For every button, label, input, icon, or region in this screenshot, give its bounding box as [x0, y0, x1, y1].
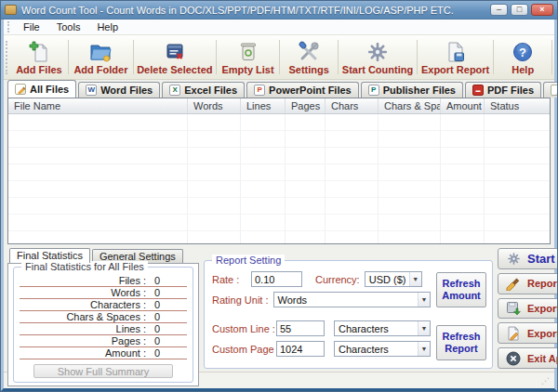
- rate-input[interactable]: [251, 271, 302, 287]
- refresh-report-button[interactable]: Refresh Report: [436, 325, 486, 360]
- column-grid: [485, 114, 550, 243]
- column-header-status[interactable]: Status: [485, 98, 550, 113]
- toolbar-label: Delete Selected: [137, 64, 212, 75]
- rating-unit-row: Rating Unit : Words ▼: [212, 291, 431, 308]
- stat-label: Characters :: [20, 299, 146, 310]
- statistics-rows: Files : 0 Words : 0 Characters : 0: [20, 275, 187, 359]
- tab-label: PDF Files: [487, 85, 534, 96]
- menu-help[interactable]: Help: [89, 20, 126, 33]
- toolbar-separator: [417, 40, 418, 74]
- file-list-body[interactable]: [8, 114, 550, 243]
- toolbar-label: Empty List: [221, 64, 273, 75]
- start-counting-gear-icon: [366, 39, 389, 63]
- close-button[interactable]: ×: [531, 4, 553, 16]
- custom-line-unit-value: Characters: [339, 323, 389, 334]
- stat-label: Pages :: [20, 335, 146, 346]
- tab-word-files[interactable]: W Word Files: [78, 82, 160, 98]
- file-list-table[interactable]: File Name Words Lines Pages Chars Chars …: [7, 98, 551, 244]
- settings-icon: [298, 39, 320, 63]
- toolbar-add-folder[interactable]: Add Folder: [71, 36, 131, 78]
- toolbar-delete-selected[interactable]: Delete Selected: [136, 36, 214, 78]
- chevron-down-icon: ▼: [418, 342, 430, 356]
- word-file-icon: W: [86, 85, 97, 96]
- stat-value: 0: [146, 299, 187, 310]
- refresh-amount-button[interactable]: Refresh Amount: [436, 272, 486, 307]
- excel-file-icon: X: [169, 85, 180, 96]
- custom-line-unit-select[interactable]: Characters ▼: [334, 320, 431, 336]
- custom-page-label: Custom Page :: [212, 344, 276, 355]
- maximize-button[interactable]: □: [511, 4, 528, 16]
- tab-powerpoint-files[interactable]: P PowerPoint Files: [246, 82, 359, 98]
- gear-icon: [506, 251, 521, 266]
- final-statistics-groupbox: Final Statistics for All Files Files : 0…: [13, 267, 193, 383]
- powerpoint-file-icon: P: [254, 85, 265, 96]
- toolbar-help[interactable]: ? Help: [496, 36, 550, 78]
- tab-excel-files[interactable]: X Excel Files: [162, 82, 245, 98]
- tab-publisher-files[interactable]: P Publisher Files: [361, 82, 463, 98]
- show-full-summary-button[interactable]: Show Full Summary: [33, 364, 173, 378]
- report-cleaner-button[interactable]: Report Cleaner: [498, 273, 558, 294]
- stat-label: Files :: [20, 275, 146, 286]
- file-type-tabs: All Files W Word Files X Excel Files P P…: [4, 80, 554, 98]
- menu-file[interactable]: File: [16, 20, 47, 33]
- stat-row-files: Files : 0: [20, 275, 187, 287]
- custom-line-input[interactable]: [276, 320, 325, 336]
- tab-final-statistics[interactable]: Final Statistics: [9, 248, 90, 263]
- export-report-button[interactable]: Export Report: [498, 322, 558, 344]
- toolbar-empty-list[interactable]: Empty List: [219, 36, 278, 78]
- stat-label: Amount :: [20, 347, 146, 359]
- svg-text:?: ?: [519, 46, 526, 59]
- stat-row-chars-spaces: Chars & Spaces : 0: [20, 311, 187, 323]
- toolbar-start-counting[interactable]: Start Counting: [340, 36, 415, 78]
- column-header-amount[interactable]: Amount: [441, 98, 485, 113]
- rating-unit-select[interactable]: Words ▼: [273, 292, 431, 307]
- title-bar[interactable]: Word Count Tool - Count Words in DOC/XLS…: [1, 1, 557, 20]
- minimize-button[interactable]: –: [490, 4, 508, 16]
- column-header-pages[interactable]: Pages: [286, 98, 326, 113]
- menu-bar: File Tools Help: [4, 20, 554, 35]
- brush-icon: [506, 276, 521, 291]
- tab-other-files[interactable]: Other Files: [543, 82, 558, 98]
- add-files-icon: [28, 39, 50, 63]
- export-report-pencil-icon: [506, 326, 521, 341]
- exit-application-button[interactable]: Exit Application: [498, 347, 558, 369]
- bottom-panel: Final Statistics General Settings Final …: [4, 244, 554, 372]
- column-header-words[interactable]: Words: [188, 98, 241, 113]
- currency-label: Currency:: [315, 274, 360, 285]
- toolbar-settings[interactable]: Settings: [282, 36, 336, 78]
- stat-label: Chars & Spaces :: [20, 311, 146, 322]
- tab-label: Excel Files: [184, 85, 237, 96]
- toolbar-label: Help: [512, 64, 534, 75]
- tab-pdf-files[interactable]: ▬ PDF Files: [465, 82, 541, 98]
- report-setting-pane: Report Setting Rate : Currency: USD ($) …: [204, 248, 493, 369]
- menu-tools[interactable]: Tools: [49, 20, 88, 33]
- column-grid: [326, 114, 379, 243]
- stat-label: Lines :: [20, 323, 146, 334]
- toolbar-add-files[interactable]: Add Files: [12, 36, 66, 78]
- rate-row: Rate : Currency: USD ($) ▼: [212, 270, 431, 288]
- export-statistics-button[interactable]: Export Statistics: [498, 298, 558, 320]
- action-label: Export Report: [527, 328, 558, 339]
- app-icon: [5, 5, 17, 15]
- column-header-chars[interactable]: Chars: [326, 98, 379, 113]
- final-statistics-panel: Final Statistics for All Files Files : 0…: [7, 263, 199, 386]
- rating-unit-value: Words: [278, 294, 308, 306]
- column-header-lines[interactable]: Lines: [241, 98, 286, 113]
- currency-select[interactable]: USD ($) ▼: [365, 271, 422, 287]
- custom-line-row: Custom Line : Characters ▼: [212, 320, 431, 337]
- tab-all-files[interactable]: All Files: [7, 80, 76, 98]
- action-buttons: Start Counting Report Cleaner: [498, 248, 558, 369]
- delete-selected-icon: [164, 39, 186, 63]
- column-grid: [8, 114, 188, 243]
- stat-row-pages: Pages : 0: [20, 335, 187, 347]
- export-statistics-icon: [506, 301, 521, 316]
- column-grid: [379, 114, 441, 243]
- custom-page-input[interactable]: [276, 341, 325, 357]
- start-counting-button[interactable]: Start Counting: [498, 248, 558, 269]
- toolbar-export-report[interactable]: Export Report: [419, 36, 492, 78]
- column-header-file-name[interactable]: File Name: [8, 98, 188, 113]
- custom-page-unit-select[interactable]: Characters ▼: [334, 341, 431, 357]
- stat-value: 0: [146, 287, 187, 298]
- column-header-chars-spaces[interactable]: Chars & Spaces: [379, 98, 441, 113]
- resize-grip-icon[interactable]: ⋰: [541, 376, 551, 385]
